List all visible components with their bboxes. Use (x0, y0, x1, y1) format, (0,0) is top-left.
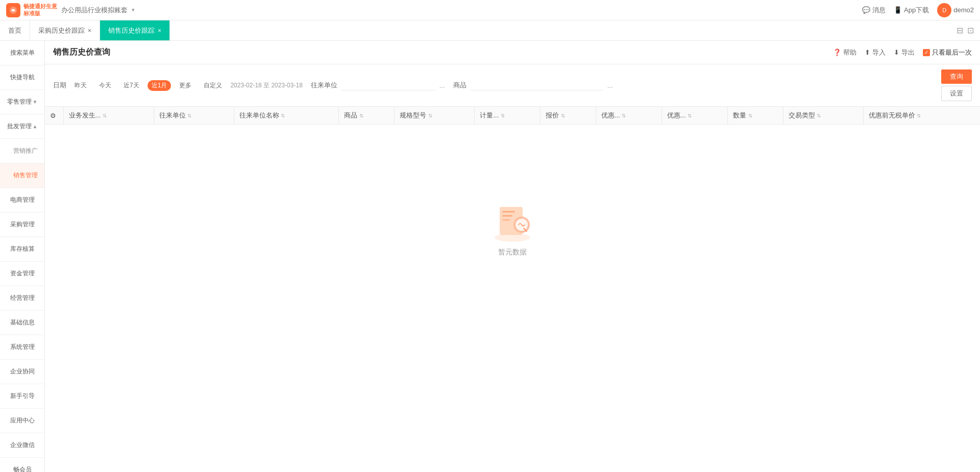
user-avatar: D (937, 3, 951, 17)
date-btn-1month[interactable]: 近1月 (148, 80, 172, 91)
date-btn-today[interactable]: 今天 (95, 80, 115, 91)
sidebar-item-sales-mgmt[interactable]: 销售管理 (0, 163, 44, 188)
col-trade-type-sort[interactable]: ⇅ (817, 113, 821, 119)
sidebar-item-marketing[interactable]: 营销推广 (0, 139, 44, 163)
sidebar-enterprise-coop-label: 企业协同 (10, 367, 35, 376)
query-button[interactable]: 查询 (941, 69, 972, 84)
help-button[interactable]: ❓ 帮助 (833, 48, 856, 57)
empty-illustration (487, 197, 538, 248)
tab-minimize-icon[interactable]: ⊟ (957, 26, 963, 35)
col-quantity-sort[interactable]: ⇅ (748, 113, 752, 119)
settings-gear-icon[interactable]: ⚙ (50, 112, 56, 120)
only-last-label: 只看最后一次 (932, 48, 972, 57)
table-container: ⚙ 业务发生... ⇅ 往来单位 ⇅ 往来单位名称 ⇅ (45, 107, 980, 472)
sidebar-item-search-menu[interactable]: 搜索菜单 (0, 41, 44, 65)
user-profile-button[interactable]: D demo2 (937, 3, 974, 17)
empty-text: 暂元数据 (498, 248, 527, 257)
sidebar-item-wholesale-mgmt[interactable]: 批发管理 ▲ (0, 114, 44, 139)
col-pre-tax-price-label: 优惠前无税单价 (869, 111, 915, 119)
top-bar-right: 💬 消息 📱 App下载 D demo2 (862, 3, 974, 17)
tab-maximize-icon[interactable]: ⊡ (967, 26, 974, 35)
col-quoted-price: 报价 ⇅ (541, 107, 596, 125)
sidebar: 搜索菜单 快捷导航 零售管理 ▼ 批发管理 ▲ 营销推广 销售管理 电商管理 采… (0, 41, 45, 472)
col-goods: 商品 ⇅ (339, 107, 395, 125)
goods-dots-button[interactable]: ... (607, 82, 613, 89)
col-pre-tax-price-sort[interactable]: ⇅ (917, 113, 921, 119)
sidebar-item-finance-mgmt[interactable]: 资金管理 (0, 262, 44, 286)
sidebar-sales-mgmt-label: 销售管理 (13, 171, 38, 180)
col-quoted-price-label: 报价 (546, 111, 559, 119)
col-settings: ⚙ (45, 107, 63, 125)
partner-dots-button[interactable]: ... (439, 82, 445, 89)
only-last-checkbox[interactable]: ✓ 只看最后一次 (923, 48, 972, 57)
col-discount1-sort[interactable]: ⇅ (622, 113, 626, 119)
sidebar-item-system-mgmt[interactable]: 系统管理 (0, 335, 44, 360)
sidebar-item-inventory[interactable]: 库存核算 (0, 237, 44, 262)
col-trade-type-label: 交易类型 (789, 111, 815, 119)
date-btn-yesterday[interactable]: 昨天 (70, 80, 91, 91)
sidebar-item-enterprise-wechat[interactable]: 企业微信 (0, 433, 44, 458)
message-button[interactable]: 💬 消息 (862, 6, 886, 15)
date-btn-more[interactable]: 更多 (175, 80, 195, 91)
date-filter-group: 日期 昨天 今天 近7天 近1月 更多 自定义 2023-02-18 至 202… (53, 80, 303, 91)
sidebar-item-business-mgmt[interactable]: 经营管理 (0, 286, 44, 311)
import-button[interactable]: ⬆ 导入 (865, 48, 886, 57)
col-quoted-price-sort[interactable]: ⇅ (561, 113, 565, 119)
partner-input[interactable] (341, 80, 435, 90)
app-download-label: App下载 (904, 6, 929, 15)
message-label: 消息 (872, 6, 886, 15)
app-title: 办公用品行业模拟账套 (61, 6, 128, 15)
tab-purchase-history-close[interactable]: × (88, 27, 91, 34)
sidebar-item-member[interactable]: 畅会员 (0, 458, 44, 472)
title-dropdown-icon[interactable]: ▾ (132, 7, 135, 13)
col-discount2: 优惠... ⇅ (662, 107, 727, 125)
col-biz-date-sort[interactable]: ⇅ (103, 113, 107, 119)
tab-bar-actions: ⊟ ⊡ (950, 26, 980, 35)
app-download-button[interactable]: 📱 App下载 (894, 6, 929, 15)
col-unit: 计量... ⇅ (475, 107, 541, 125)
sidebar-item-ecommerce-mgmt[interactable]: 电商管理 (0, 188, 44, 213)
sidebar-item-quick-nav[interactable]: 快捷导航 (0, 65, 44, 90)
sidebar-item-basic-info[interactable]: 基础信息 (0, 311, 44, 335)
col-partner-name-label: 往来单位名称 (239, 111, 279, 119)
col-quantity-label: 数量 (733, 111, 746, 119)
tab-sales-history-close[interactable]: × (158, 27, 161, 34)
col-partner-id-sort[interactable]: ⇅ (187, 113, 191, 119)
col-spec-label: 规格型号 (400, 111, 426, 119)
tab-purchase-history[interactable]: 采购历史价跟踪 × (30, 20, 100, 41)
tab-purchase-history-label: 采购历史价跟踪 (38, 26, 85, 35)
sidebar-item-app-center[interactable]: 应用中心 (0, 409, 44, 433)
col-partner-name-sort[interactable]: ⇅ (281, 113, 285, 119)
sidebar-purchase-mgmt-label: 采购管理 (10, 220, 35, 229)
goods-input[interactable] (471, 80, 603, 90)
sidebar-item-new-guide[interactable]: 新手引导 (0, 384, 44, 409)
col-spec-sort[interactable]: ⇅ (428, 113, 432, 119)
sidebar-inventory-label: 库存核算 (10, 245, 35, 253)
partner-label: 往来单位 (311, 81, 337, 90)
filter-bar: 日期 昨天 今天 近7天 近1月 更多 自定义 2023-02-18 至 202… (45, 64, 980, 107)
date-range-display: 2023-02-18 至 2023-03-18 (230, 81, 302, 90)
table-header-row: ⚙ 业务发生... ⇅ 往来单位 ⇅ 往来单位名称 ⇅ (45, 107, 980, 125)
col-goods-sort[interactable]: ⇅ (359, 113, 363, 119)
col-discount2-sort[interactable]: ⇅ (688, 113, 692, 119)
sidebar-retail-mgmt-label: 零售管理 (7, 98, 32, 106)
app-download-icon: 📱 (894, 6, 902, 14)
user-name: demo2 (953, 6, 974, 14)
svg-rect-4 (502, 215, 512, 217)
tab-home-label: 首页 (8, 26, 21, 35)
sidebar-item-enterprise-coop[interactable]: 企业协同 (0, 360, 44, 384)
sidebar-item-purchase-mgmt[interactable]: 采购管理 (0, 213, 44, 237)
date-btn-custom[interactable]: 自定义 (200, 80, 226, 91)
sidebar-search-menu-label: 搜索菜单 (10, 49, 35, 57)
sidebar-item-retail-mgmt[interactable]: 零售管理 ▼ (0, 90, 44, 114)
sidebar-quick-nav-label: 快捷导航 (10, 73, 35, 82)
sidebar-finance-mgmt-label: 资金管理 (10, 269, 35, 278)
tab-home[interactable]: 首页 (0, 20, 30, 41)
tab-sales-history[interactable]: 销售历史价跟踪 × (100, 20, 170, 41)
export-button[interactable]: ⬇ 导出 (894, 48, 915, 57)
col-trade-type: 交易类型 ⇅ (783, 107, 863, 125)
col-unit-sort[interactable]: ⇅ (501, 113, 505, 119)
date-btn-7days[interactable]: 近7天 (119, 80, 143, 91)
sidebar-wholesale-mgmt-label: 批发管理 (7, 122, 32, 131)
settings-button[interactable]: 设置 (941, 86, 972, 101)
